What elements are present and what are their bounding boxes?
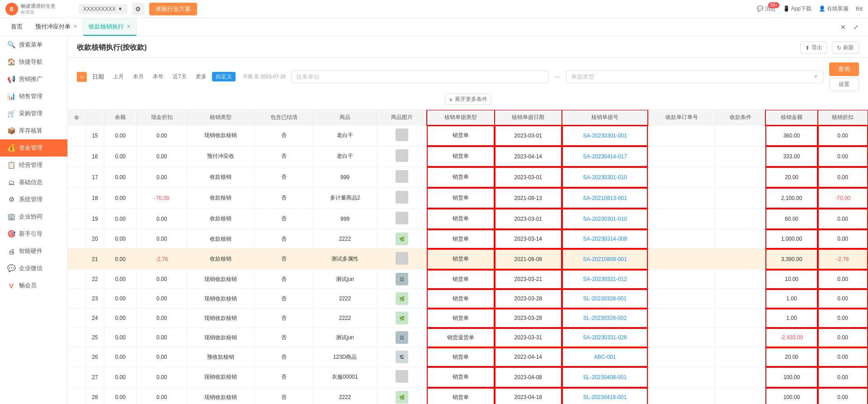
bill-no-link[interactable]: SA-20210813-001 [583,195,627,201]
date-btn-custom[interactable]: 自定义 [212,72,236,81]
top-bar: 6 畅捷通谱好生意 标准版 XXXXXXXXX ▼ ⚙ 体验行业方案 💬 消息 … [0,0,868,18]
cell-bill-no[interactable]: SA-20230301-010 [562,167,648,188]
sidebar-item-finance[interactable]: 💰 资金管理 [0,139,67,157]
sidebar-item-inventory[interactable]: 📦 库存核算 [0,122,67,139]
cell-product-img: 🖼 [377,270,427,289]
app-download[interactable]: 📱 App下载 [783,5,811,13]
sidebar-label-system: 系统管理 [19,195,42,204]
sidebar-item-search[interactable]: 🔍 搜索菜单 [0,36,67,53]
bill-no-link[interactable]: SA-20230301-010 [583,216,627,222]
table-row: 24 0.00 0.00 现销收款核销 否 2222 🌿 销货单 2023-03… [68,309,868,328]
message-area[interactable]: 💬 消息 99+ [757,5,776,13]
unit-filter[interactable]: 往来单位 [291,71,549,83]
cell-gear [68,125,86,146]
filter-bar: » 日期 上月 本月 本年 近7天 更多 自定义 不限 至 2023-07-26… [68,58,868,110]
bill-no-link[interactable]: SA-20230301-001 [583,133,627,139]
sidebar-item-operations[interactable]: 📋 经营管理 [0,157,67,174]
bill-no-link[interactable]: SA-20230314-008 [583,236,627,242]
cell-bill-no[interactable]: SL-20230328-001 [562,289,648,309]
user-name[interactable]: Rit [856,6,863,12]
maximize-window-button[interactable]: ⤢ [851,22,861,32]
bill-no-link[interactable]: SL-20230328-002 [583,315,627,321]
bill-no-link[interactable]: SL-20230328-001 [583,295,627,302]
table-area: ⚙ 余额 现金折扣 核销类型 包含已结清 商品 商品图片 核销单据类型 核销单据… [68,110,868,404]
cell-bill-no[interactable]: SA-20230314-008 [562,229,648,249]
cell-bill-no[interactable]: SA-20210808-001 [562,249,648,270]
cell-balance: 0.00 [104,347,137,367]
expand-more-button[interactable]: ∨ 展开更多条件 [445,94,491,105]
export-button[interactable]: ⬆ 导出 [800,42,827,54]
cell-bill-no[interactable]: SA-20230321-012 [562,270,648,289]
tab-receipt[interactable]: 收款核销执行 ✕ [83,18,137,36]
table-header-row: ⚙ 余额 现金折扣 核销类型 包含已结清 商品 商品图片 核销单据类型 核销单据… [68,110,868,125]
sidebar-item-enterprise[interactable]: 🏢 企业协同 [0,208,67,225]
company-select[interactable]: XXXXXXXXX ▼ [79,4,127,14]
th-receipt-condition: 收款条件 [716,110,766,125]
bill-no-link[interactable]: SA-20230414-017 [583,153,627,160]
bill-no-link[interactable]: SA-20210808-001 [583,256,627,262]
sidebar-item-purchase[interactable]: 🛒 采购管理 [0,105,67,122]
online-service[interactable]: 👤 在线客服 [819,5,849,13]
bill-no-link[interactable]: ABC-001 [594,354,616,360]
filter-toggle-button[interactable]: » [77,72,87,82]
sidebar-item-member[interactable]: V 畅会员 [0,277,67,294]
th-bill-date: 核销单据日期 [495,110,562,125]
bill-no-link[interactable]: SL-20230408-001 [583,374,627,380]
sidebar-item-quicknav[interactable]: 🏠 快捷导航 [0,53,67,71]
cell-discount: 0.00 [818,167,868,188]
sidebar-item-system[interactable]: ⚙ 系统管理 [0,191,67,208]
cell-bill-no[interactable]: SA-20230331-026 [562,328,648,347]
sidebar-item-hardware[interactable]: 🖨 智能硬件 [0,242,67,260]
filter-dots[interactable]: ··· [554,73,560,81]
sidebar-item-basic[interactable]: 🗂 基础信息 [0,174,67,191]
bill-no-link[interactable]: SA-20230321-012 [583,276,627,282]
tab-window-actions: ✕ ⤢ [835,18,864,36]
cell-bill-no[interactable]: SA-20230301-001 [562,125,648,146]
bill-no-link[interactable]: SL-20230418-001 [583,394,627,400]
date-btn-this-month[interactable]: 本月 [129,72,147,81]
close-window-button[interactable]: ✕ [838,22,848,32]
cell-bill-no[interactable]: SA-20230301-010 [562,209,648,229]
cell-num: 26 [86,347,104,367]
cell-included-cleared: 否 [254,328,313,347]
cell-bill-date: 2023-03-01 [495,167,562,188]
bill-no-link[interactable]: SA-20230331-026 [583,334,627,341]
cell-num: 28 [86,388,104,404]
settings-icon[interactable]: ⚙ [132,3,145,15]
type-filter[interactable]: 单据类型 ▼ [566,71,824,83]
tab-home[interactable]: 首页 [4,18,30,36]
date-btn-this-year[interactable]: 本年 [149,72,167,81]
cell-bill-no[interactable]: SA-20210813-001 [562,188,648,209]
expand-icon: ∨ [449,96,453,103]
industry-button[interactable]: 体验行业方案 [149,3,197,15]
tab-prepay[interactable]: 预付冲应付单 ✕ [30,18,83,36]
date-btn-last-month[interactable]: 上月 [109,72,127,81]
cell-included-cleared: 否 [254,146,313,167]
cell-balance: 0.00 [104,146,137,167]
bill-no-link[interactable]: SA-20230301-010 [583,174,627,181]
date-btn-more[interactable]: 更多 [192,72,210,81]
cell-bill-no[interactable]: SL-20230408-001 [562,367,648,388]
cell-write-off-type: 现销收款核销 [187,125,254,146]
tab-prepay-close[interactable]: ✕ [73,24,77,29]
cell-discount: 0.00 [818,367,868,388]
cell-bill-no[interactable]: ABC-001 [562,347,648,367]
sidebar-item-sales[interactable]: 📊 销售管理 [0,88,67,105]
gear-icon[interactable]: ⚙ [74,114,79,121]
cell-bill-no[interactable]: SL-20230418-001 [562,388,648,404]
refresh-button[interactable]: ↻ 刷新 [832,42,859,54]
sidebar-item-guide[interactable]: 🎯 新手引导 [0,225,67,242]
app-name: 畅捷通谱好生意 标准版 [21,3,56,15]
query-button[interactable]: 查询 [829,62,859,76]
setting-button[interactable]: 设置 [829,78,859,91]
th-gear[interactable]: ⚙ [68,110,86,125]
sidebar-item-marketing[interactable]: 📢 营销推广 [0,71,67,88]
cell-bill-no[interactable]: SL-20230328-002 [562,309,648,328]
date-btn-7days[interactable]: 近7天 [169,72,190,81]
sidebar-item-wechat[interactable]: 💬 企业微信 [0,260,67,277]
cell-balance: 0.00 [104,229,137,249]
cell-amount: 100.00 [765,367,817,388]
tab-receipt-close[interactable]: ✕ [127,24,131,29]
logo-area: 6 畅捷通谱好生意 标准版 [5,3,73,15]
cell-bill-no[interactable]: SA-20230414-017 [562,146,648,167]
